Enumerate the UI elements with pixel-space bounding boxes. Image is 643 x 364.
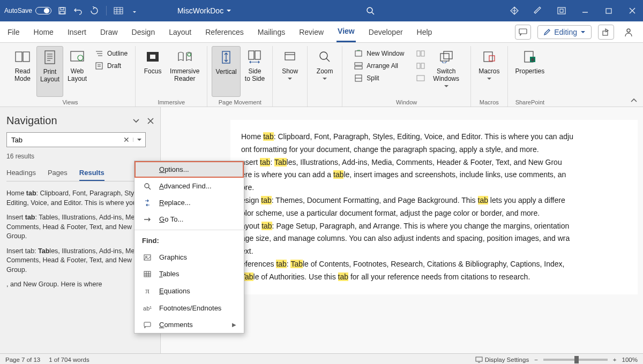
macros-button[interactable]: Macros [475,46,503,97]
table-icon[interactable] [113,5,124,16]
nav-close-icon[interactable] [147,118,154,124]
svg-rect-7 [606,9,611,13]
autosave-label: AutoSave [4,7,32,14]
new-window-button[interactable]: New Window [350,48,407,59]
autosave[interactable]: AutoSave Off [4,7,51,14]
tab-design[interactable]: Design [131,22,156,42]
menu-footnotes[interactable]: ab¹Footnotes/Endnotes [134,300,244,316]
svg-rect-26 [355,63,362,65]
vertical-button[interactable]: Vertical [212,46,240,97]
undo-icon[interactable] [73,5,84,16]
tab-mailings[interactable]: Mailings [257,22,286,42]
view-side-button[interactable] [413,48,429,59]
zoom-out-icon[interactable]: − [534,357,538,363]
svg-rect-16 [96,63,102,69]
chevron-right-icon: ▶ [232,322,236,328]
focus-button[interactable]: Focus [140,46,166,97]
nav-result-item[interactable]: Insert tab: Tables, Illustrations, Add-i… [6,213,154,241]
nav-search-input[interactable] [7,136,120,144]
nav-search-clear-icon[interactable]: ✕ [120,135,133,144]
group-page-movement: Vertical Side to Side Page Movement [207,46,273,107]
split-button[interactable]: Split [350,73,407,84]
menu-comments[interactable]: Comments▶ [134,316,244,333]
nav-result-item[interactable]: , and New Group. Here is where [6,280,154,290]
nav-search[interactable]: ✕ [6,132,146,147]
nav-chevron-icon[interactable] [132,118,140,124]
svg-rect-12 [23,52,29,62]
editing-mode[interactable]: Editing [537,25,592,39]
close-icon[interactable] [626,5,639,16]
comments-button[interactable] [515,25,531,40]
redo-icon[interactable] [89,5,100,16]
share-button[interactable] [598,25,614,40]
outline-button[interactable]: Outline [91,48,131,59]
qat-dropdown-icon[interactable] [129,5,140,16]
tab-view[interactable]: View [337,21,356,42]
collapse-ribbon-icon[interactable] [630,98,638,103]
svg-point-19 [188,53,191,56]
search-icon[interactable] [363,4,378,17]
chevron-down-icon [322,77,327,80]
minimize-icon[interactable] [579,5,592,16]
zoom-button[interactable]: Zoom [312,46,338,103]
menu-replace[interactable]: Replace... [134,194,244,211]
nav-tab-headings[interactable]: Headings [6,165,36,181]
draft-button[interactable]: Draft [91,60,131,71]
tab-references[interactable]: References [204,22,245,42]
group-label-views: Views [62,97,78,107]
menu-tables[interactable]: Tables [134,266,244,282]
immersive-reader-button[interactable]: Immersive Reader [167,46,203,97]
page[interactable]: Home tab: Clipboard, Font, Paragraph, St… [230,120,638,294]
goto-icon [142,216,153,223]
status-page[interactable]: Page 7 of 13 [5,357,40,363]
user-icon[interactable] [620,25,637,40]
menu-graphics[interactable]: Graphics [134,249,244,266]
tab-draw[interactable]: Draw [99,22,119,42]
save-icon[interactable] [57,5,68,16]
tab-review[interactable]: Review [298,22,325,42]
autosave-toggle[interactable]: Off [35,7,51,14]
group-label-macros: Macros [480,97,499,107]
tab-insert[interactable]: Insert [66,22,87,42]
tab-help[interactable]: Help [416,22,433,42]
arrange-all-button[interactable]: Arrange All [350,60,407,71]
menu-equations[interactable]: πEquations [134,282,244,300]
display-settings[interactable]: Display Settings [475,357,529,363]
group-show: Show [273,46,308,107]
svg-rect-14 [71,51,84,61]
nav-tab-results[interactable]: Results [79,165,104,181]
print-layout-button[interactable]: Print Layout [36,46,63,97]
menu-options[interactable]: Options... [134,161,244,178]
reset-window-button[interactable] [413,73,429,84]
nav-result-item[interactable]: Home tab: Clipboard, Font, Paragraph, St… [6,189,154,208]
svg-point-15 [78,55,83,60]
side-to-side-button[interactable]: Side to Side [242,46,268,97]
brush-icon[interactable] [532,5,544,16]
menu-advanced-find[interactable]: Advanced Find... [134,178,244,194]
diamond-icon[interactable] [508,5,521,16]
read-mode-button[interactable]: Read Mode [10,46,35,97]
nav-tab-pages[interactable]: Pages [48,165,68,181]
properties-button[interactable]: SProperties [512,46,548,97]
maximize-icon[interactable] [602,5,615,16]
replace-icon [142,199,153,207]
document-title[interactable]: MiscWorkDoc [177,6,232,15]
status-words[interactable]: 1 of 704 words [49,357,89,363]
tab-home[interactable]: Home [33,22,55,42]
zoom-in-icon[interactable]: + [613,357,617,363]
sync-scroll-button[interactable] [413,60,429,71]
tab-developer[interactable]: Developer [368,22,404,42]
tab-layout[interactable]: Layout [168,22,192,42]
tab-file[interactable]: File [6,22,21,42]
switch-windows-button[interactable]: Switch Windows [430,46,462,97]
zoom-slider[interactable] [543,359,608,361]
svg-rect-2 [60,11,64,14]
nav-search-dropdown-icon[interactable] [133,138,145,142]
nav-result-item[interactable]: Insert tab: Tables, Illustrations, Add-i… [6,247,154,275]
show-button[interactable]: Show [277,46,303,103]
zoom-level[interactable]: 100% [622,357,638,363]
focus-icon[interactable] [555,5,568,16]
ribbon-tabs: File Home Insert Draw Design Layout Refe… [0,21,643,43]
menu-goto[interactable]: Go To... [134,211,244,228]
web-layout-button[interactable]: Web Layout [64,46,90,97]
